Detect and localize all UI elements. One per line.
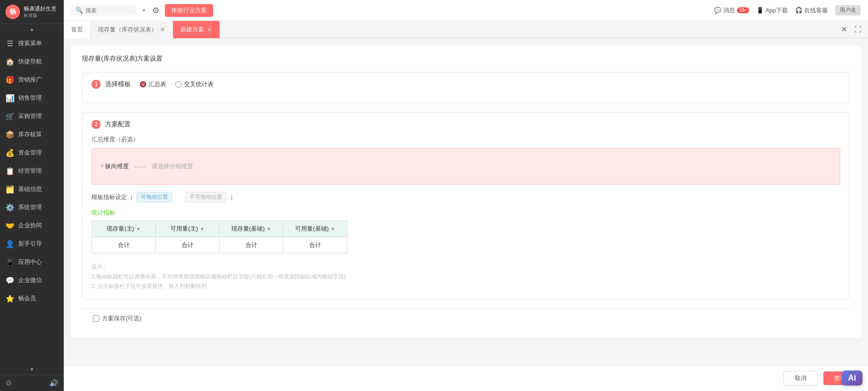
sidebar-item-label: 搜索菜单 (18, 39, 42, 47)
radio-cross-label: 交叉统计表 (184, 80, 214, 88)
tabbar: 首页 现存量（库存状况表） ✕ 新建方案 ✕ ✕ ⛶ (64, 21, 868, 38)
sidebar-item-inventory[interactable]: 📦 库存核算 (0, 125, 64, 144)
tab-inventory-status[interactable]: 现存量（库存状况表） ✕ (91, 21, 173, 38)
sidebar-item-finance[interactable]: 💰 资金管理 (0, 144, 64, 162)
sidebar-item-label: 营销推广 (18, 76, 42, 84)
tabbar-actions: ✕ ⛶ (838, 24, 868, 35)
gear-icon: ⚙️ (5, 203, 15, 212)
fixed-tag: 不可拖动位置 (185, 192, 226, 202)
sidebar: 畅 畅康通好生意 标准版 ▲ ☰ 搜索菜单 🏠 快捷导航 🎁 营销推广 📊 销售… (0, 0, 64, 391)
footer-bar: 取消 查询 (64, 365, 868, 391)
experience-btn[interactable]: 体验行业方案 (165, 4, 213, 17)
sidebar-item-wechat[interactable]: 💬 企业微信 (0, 271, 64, 289)
sidebar-item-label: 企业微信 (18, 276, 42, 284)
sidebar-item-marketing[interactable]: 🎁 营销推广 (0, 71, 64, 89)
speaker-icon[interactable]: 🔊 (49, 379, 58, 387)
sidebar-item-system[interactable]: ⚙️ 系统管理 (0, 198, 64, 216)
message-btn[interactable]: 💬 消息 99+ (714, 6, 749, 15)
dimension-dash: —— (134, 163, 146, 170)
save-checkbox[interactable] (93, 315, 99, 322)
topbar-settings-icon[interactable]: ⚙ (152, 5, 159, 15)
sidebar-scroll-up[interactable]: ▲ (0, 24, 64, 34)
handshake-icon: 🤝 (5, 221, 15, 230)
indicator-separator (176, 193, 182, 201)
app-name-text: 畅康通好生意 标准版 (24, 5, 56, 19)
sidebar-item-corp[interactable]: 🤝 企业协同 (0, 216, 64, 235)
user-avatar[interactable]: 用户名 (835, 5, 861, 15)
step1-section: 1 选择模板 汇总表 交叉统计表 (82, 72, 850, 103)
mobile-download-icon: 📱 (756, 7, 764, 14)
chevron-down-icon: ▼ (136, 226, 141, 232)
search-menu-icon: ☰ (5, 39, 15, 48)
stats-cell-1: 合计 (156, 237, 220, 253)
page-title: 现存量(库存状况表)方案设置 (82, 55, 850, 63)
sidebar-scroll-down[interactable]: ▼ (0, 365, 64, 375)
tab-inventory-close-icon[interactable]: ✕ (160, 26, 165, 33)
tab-new-plan-close-icon[interactable]: ✕ (207, 26, 212, 33)
tab-home-label: 首页 (71, 26, 83, 34)
stats-table: 现存量(主) ▼ 可用量(主) ▼ 现存量(基辅) ▼ (92, 221, 347, 253)
tab-home[interactable]: 首页 (64, 21, 91, 38)
sidebar-item-search-menu[interactable]: ☰ 搜索菜单 (0, 34, 64, 52)
close-tab-btn[interactable]: ✕ (838, 24, 850, 35)
online-service-btn[interactable]: 🎧 在线客服 (795, 6, 828, 15)
chart-icon: 📊 (5, 93, 15, 103)
radio-cross[interactable]: 交叉统计表 (175, 80, 214, 88)
box-icon: 📦 (5, 130, 15, 139)
sidebar-item-label: 畅会员 (18, 294, 36, 303)
sidebar-item-basic[interactable]: 🗂️ 基础信息 (0, 180, 64, 198)
sidebar-item-label: 基础信息 (18, 185, 42, 193)
stats-col-3-label: 可用量(基辅) (295, 225, 329, 233)
message-icon: 💬 (714, 7, 721, 14)
sidebar-item-label: 应用中心 (18, 258, 42, 266)
sidebar-nav: ☰ 搜索菜单 🏠 快捷导航 🎁 营销推广 📊 销售管理 🛒 采购管理 📦 库存核… (0, 34, 64, 365)
stats-col-2[interactable]: 现存量(基辅) ▼ (220, 221, 283, 237)
maximize-btn[interactable]: ⛶ (852, 25, 864, 35)
settings-icon[interactable]: ⚙ (5, 379, 12, 387)
stats-table-row: 合计 合计 合计 合计 (92, 237, 347, 253)
dimension-box[interactable]: * 纵向维度 —— 请选择分组维度 (92, 148, 840, 185)
stats-cell-3: 合计 (283, 237, 347, 253)
stats-cell-2: 合计 (220, 237, 283, 253)
tab-new-plan[interactable]: 新建方案 ✕ (173, 21, 220, 38)
main-area: 🔍 ▼ ⚙ 体验行业方案 💬 消息 99+ 📱 App下载 🎧 在线客服 用户名 (64, 0, 868, 391)
save-checkbox-label: 方案保存(可选) (102, 314, 142, 323)
radio-summary-input[interactable] (140, 81, 146, 87)
radio-cross-input[interactable] (175, 81, 182, 87)
ai-badge[interactable]: Ai (842, 370, 863, 386)
sidebar-item-label: 销售管理 (18, 94, 42, 102)
topbar-search-box[interactable]: 🔍 (71, 5, 136, 15)
sidebar-item-operation[interactable]: 📋 经营管理 (0, 162, 64, 180)
sidebar-item-sales[interactable]: 📊 销售管理 (0, 89, 64, 107)
indicator-label-text: 模板指标设定（ (92, 193, 133, 201)
sidebar-item-app-center[interactable]: 📱 应用中心 (0, 253, 64, 271)
stats-col-1-label: 可用量(主) (170, 225, 198, 233)
step2-header: 2 方案配置 (92, 120, 840, 129)
person-icon: 👤 (5, 239, 15, 248)
sidebar-item-label: 企业协同 (18, 221, 42, 230)
tab-new-plan-label: 新建方案 (180, 26, 204, 34)
app-download-btn[interactable]: 📱 App下载 (756, 6, 788, 15)
stats-col-1[interactable]: 可用量(主) ▼ (156, 221, 220, 237)
tip-2: 2. 点击标题栏下拉可设置排序、插入列和删除列 (92, 282, 840, 292)
search-icon: 🔍 (76, 7, 83, 14)
app-logo-icon: 畅 (5, 5, 20, 19)
tab-inventory-label: 现存量（库存状况表） (98, 26, 157, 34)
cancel-button[interactable]: 取消 (783, 371, 818, 386)
stats-section: 统计指标 现存量(主) ▼ 可用量(主) ▼ (92, 209, 840, 255)
cart-icon: 🛒 (5, 112, 15, 121)
stats-col-3[interactable]: 可用量(基辅) ▼ (283, 221, 347, 237)
sidebar-item-guide[interactable]: 👤 新手引导 (0, 235, 64, 253)
stats-col-0[interactable]: 现存量(主) ▼ (92, 221, 156, 237)
radio-summary[interactable]: 汇总表 (140, 80, 166, 88)
sidebar-item-label: 采购管理 (18, 112, 42, 120)
chevron-down-icon: ▼ (331, 226, 335, 232)
search-input[interactable] (86, 7, 131, 14)
sidebar-item-quick-nav[interactable]: 🏠 快捷导航 (0, 52, 64, 71)
sidebar-item-purchase[interactable]: 🛒 采购管理 (0, 107, 64, 125)
dropdown-icon[interactable]: ▼ (141, 7, 147, 14)
sidebar-item-label: 系统管理 (18, 203, 42, 211)
sidebar-item-label: 新手引导 (18, 240, 42, 248)
dimension-name: 纵向维度 (105, 162, 129, 170)
sidebar-item-member[interactable]: ⭐ 畅会员 (0, 289, 64, 308)
